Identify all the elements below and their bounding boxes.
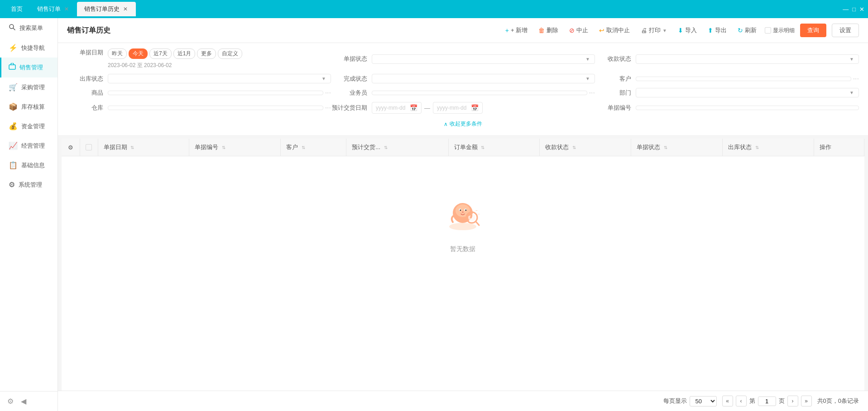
filter-row-4: 仓库 ··· 预计交货日期 yyyy-mm-dd 📅 — yyyy-mm-dd — [67, 102, 859, 114]
new-button[interactable]: + + 新增 — [503, 24, 530, 36]
query-button[interactable]: 查询 — [800, 24, 826, 37]
print-arrow: ▼ — [662, 28, 667, 33]
salesperson-dots[interactable]: ··· — [589, 89, 595, 97]
sort-receipt-icon: ⇅ — [572, 145, 576, 150]
display-toggle-checkbox[interactable] — [765, 27, 771, 34]
tab-home[interactable]: 首页 — [4, 2, 30, 16]
display-toggle[interactable]: 显示明细 — [765, 27, 795, 34]
date-yesterday[interactable]: 昨天 — [108, 48, 127, 59]
tab-sales-order-close[interactable]: ✕ — [63, 6, 70, 12]
tab-sales-history-label: 销售订单历史 — [84, 5, 120, 13]
tab-sales-order[interactable]: 销售订单 ✕ — [30, 2, 77, 16]
date-today[interactable]: 今天 — [129, 48, 148, 59]
refresh-button[interactable]: ↻ 刷新 — [735, 24, 759, 36]
tab-sales-history[interactable]: 销售订单历史 ✕ — [77, 2, 136, 16]
page-input[interactable] — [758, 396, 776, 406]
customer-input[interactable] — [636, 77, 851, 81]
salesperson-input[interactable] — [372, 91, 587, 95]
complete-status-select[interactable]: ▼ — [372, 74, 595, 83]
sidebar: 搜索菜单 ⚡ 快捷导航 销售管理 🛒 采购管理 📦 库存核算 💰 资金管理 📈 … — [0, 18, 58, 411]
sidebar-item-purchase[interactable]: 🛒 采购管理 — [0, 77, 58, 97]
first-page-button[interactable]: « — [722, 396, 733, 406]
filter-row-1: 单据日期 昨天 今天 近7天 近1月 更多 自定义 2023-06-02 至 2… — [67, 48, 859, 69]
delivery-end-value: yyyy-mm-dd — [437, 105, 466, 111]
delete-button[interactable]: 🗑 删除 — [536, 24, 561, 36]
sidebar-collapse-icon[interactable]: ◀ — [21, 397, 26, 406]
out-status-select[interactable]: ▼ — [108, 74, 331, 83]
close-window-button[interactable]: ✕ — [859, 6, 864, 13]
th-receipt-status[interactable]: 收款状态 ⇅ — [540, 139, 631, 156]
maximize-button[interactable]: □ — [852, 6, 856, 13]
th-date-label: 单据日期 — [104, 144, 127, 150]
display-toggle-label: 显示明细 — [773, 27, 795, 34]
th-delivery-date[interactable]: 预计交货... ⇅ — [346, 139, 448, 156]
customer-dots[interactable]: ··· — [853, 75, 859, 83]
th-order-status[interactable]: 单据状态 ⇅ — [631, 139, 723, 156]
sidebar-item-operations[interactable]: 📈 经营管理 — [0, 136, 58, 155]
th-amount[interactable]: 订单金额 ⇅ — [448, 139, 540, 156]
prev-page-button[interactable]: ‹ — [736, 396, 747, 406]
top-tab-bar: 首页 销售订单 ✕ 销售订单历史 ✕ — □ ✕ — [0, 0, 868, 18]
order-no-input[interactable] — [636, 106, 859, 110]
print-button[interactable]: 🖨 打印 ▼ — [638, 24, 670, 36]
warehouse-input[interactable] — [108, 106, 323, 110]
tab-sales-history-close[interactable]: ✕ — [122, 6, 129, 12]
sidebar-item-quick-nav[interactable]: ⚡ 快捷导航 — [0, 38, 58, 58]
sales-icon — [9, 63, 16, 72]
cancel-stop-button[interactable]: ↩ 取消中止 — [596, 24, 633, 36]
print-icon: 🖨 — [641, 27, 647, 34]
th-order-no[interactable]: 单据编号 ⇅ — [189, 139, 281, 156]
page-suffix: 页 — [779, 397, 785, 405]
stop-button[interactable]: ⊘ 中止 — [566, 24, 591, 36]
date-more[interactable]: 更多 — [197, 48, 216, 59]
product-input[interactable] — [108, 91, 323, 95]
delivery-date-end[interactable]: yyyy-mm-dd 📅 — [433, 102, 483, 114]
th-setting[interactable]: ⚙ — [62, 139, 80, 156]
filter-row-3: 商品 ··· 业务员 ··· 部门 ▼ — [67, 88, 859, 97]
receipt-status-select[interactable]: ▼ — [636, 54, 859, 64]
sidebar-item-search[interactable]: 搜索菜单 — [0, 18, 58, 38]
product-dots[interactable]: ··· — [325, 89, 331, 97]
date-1month[interactable]: 近1月 — [173, 48, 196, 59]
sidebar-item-sales[interactable]: 销售管理 — [0, 58, 58, 77]
th-customer[interactable]: 客户 ⇅ — [281, 139, 346, 156]
setting-button[interactable]: 设置 — [832, 24, 859, 37]
inventory-icon: 📦 — [9, 102, 18, 111]
th-out-status[interactable]: 出库状态 ⇅ — [723, 139, 814, 156]
sidebar-item-basic-info-label: 基础信息 — [21, 161, 45, 169]
th-order-no-label: 单据编号 — [195, 144, 218, 150]
empty-text: 暂无数据 — [450, 245, 475, 253]
collapse-link[interactable]: ∧ 收起更多条件 — [67, 118, 859, 130]
export-label: 导出 — [715, 26, 727, 34]
th-delivery-date-label: 预计交货... — [352, 144, 380, 150]
last-page-button[interactable]: » — [801, 396, 812, 406]
import-button[interactable]: ⬇ 导入 — [675, 24, 700, 36]
export-button[interactable]: ⬆ 导出 — [705, 24, 729, 36]
stop-label: 中止 — [576, 26, 588, 34]
tab-home-label: 首页 — [11, 5, 23, 13]
sidebar-item-finance[interactable]: 💰 资金管理 — [0, 116, 58, 136]
th-date[interactable]: 单据日期 ⇅ — [98, 139, 189, 156]
warehouse-dots[interactable]: ··· — [325, 104, 331, 112]
sidebar-settings-icon[interactable]: ⚙ — [7, 397, 14, 406]
status-select[interactable]: ▼ — [372, 54, 595, 64]
department-select[interactable]: ▼ — [636, 88, 859, 97]
per-page-select[interactable]: 50 10 20 100 — [690, 396, 717, 406]
delivery-date-start[interactable]: yyyy-mm-dd 📅 — [372, 102, 422, 114]
date-custom[interactable]: 自定义 — [218, 48, 242, 59]
sidebar-item-purchase-label: 采购管理 — [21, 83, 45, 92]
page-header: 销售订单历史 + + 新增 🗑 删除 ⊘ 中止 ↩ 取消中止 — [58, 18, 868, 43]
sort-out-icon: ⇅ — [755, 145, 759, 150]
sidebar-item-inventory[interactable]: 📦 库存核算 — [0, 97, 58, 116]
finance-icon: 💰 — [9, 122, 18, 131]
setting-icon[interactable]: ⚙ — [68, 144, 73, 151]
new-icon: + — [505, 27, 509, 34]
purchase-icon: 🛒 — [9, 83, 18, 92]
th-checkbox[interactable] — [80, 139, 98, 156]
date-7days[interactable]: 近7天 — [149, 48, 172, 59]
sidebar-item-system[interactable]: ⚙ 系统管理 — [0, 175, 58, 194]
next-page-button[interactable]: › — [787, 396, 798, 406]
sidebar-item-basic-info[interactable]: 📋 基础信息 — [0, 155, 58, 175]
refresh-icon: ↻ — [738, 27, 743, 34]
minimize-button[interactable]: — — [843, 6, 849, 13]
